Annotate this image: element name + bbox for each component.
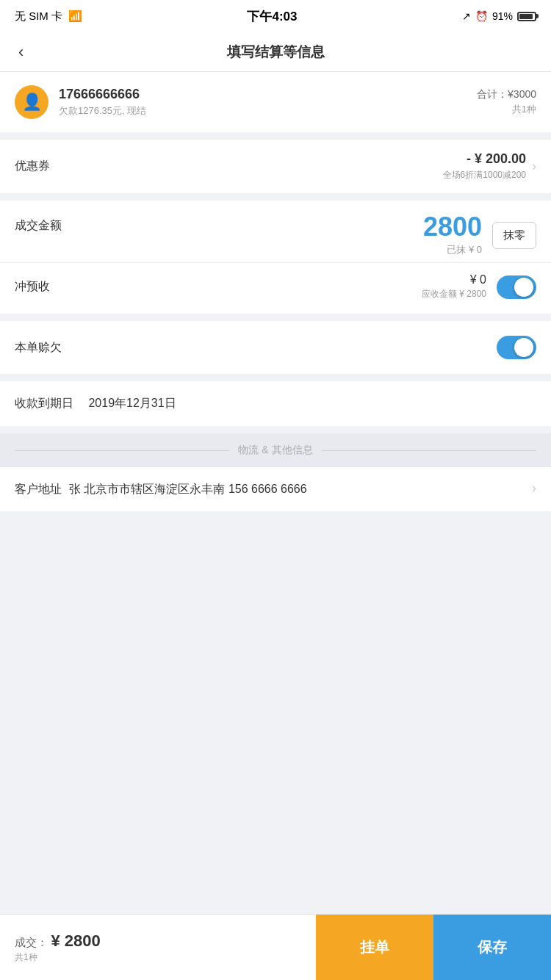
- coupon-label: 优惠券: [15, 159, 50, 174]
- due-date-value: 2019年12月31日: [88, 397, 176, 409]
- logistics-line-left: [15, 450, 229, 451]
- carrier-text: 无 SIM 卡: [15, 10, 62, 24]
- alarm-icon: ⏰: [475, 10, 488, 22]
- status-right: ↗ ⏰ 91%: [462, 10, 536, 22]
- round-button[interactable]: 抹零: [492, 222, 536, 249]
- address-chevron-icon: ›: [532, 480, 536, 496]
- amount-label: 成交金额: [15, 214, 62, 234]
- prepay-row: 冲预收 ¥ 0 应收金额 ¥ 2800: [0, 262, 551, 314]
- amount-right: 2800 已抹 ¥ 0 抹零: [423, 214, 536, 256]
- arrear-toggle[interactable]: [497, 336, 536, 359]
- coupon-right: - ¥ 200.00 全场6折满1000减200 ›: [443, 151, 536, 181]
- battery-percent: 91%: [492, 10, 513, 22]
- back-button[interactable]: ‹: [15, 39, 27, 65]
- avatar: 👤: [15, 85, 48, 119]
- battery-icon: [517, 12, 536, 21]
- bottom-actions: 挂单 保存: [316, 915, 551, 980]
- phone-number: 17666666666: [59, 87, 146, 102]
- bottom-deal-line: 成交： ¥ 2800: [15, 932, 301, 951]
- status-time: 下午4:03: [247, 8, 297, 25]
- amount-value-block: 2800 已抹 ¥ 0: [423, 214, 482, 256]
- save-button[interactable]: 保存: [433, 915, 551, 980]
- coupon-value: - ¥ 200.00: [443, 151, 526, 167]
- logistics-label: 物流 & 其他信息: [238, 444, 312, 457]
- hang-button[interactable]: 挂单: [316, 915, 433, 980]
- coupon-desc: 全场6折满1000减200: [443, 169, 526, 181]
- logistics-line-right: [322, 450, 536, 451]
- wifi-icon: 📶: [68, 10, 82, 23]
- bottom-summary: 成交： ¥ 2800 共1种: [0, 932, 316, 964]
- user-total: 合计：¥3000 共1种: [477, 88, 536, 116]
- gray-area: [0, 511, 551, 614]
- address-label: 客户地址: [15, 480, 62, 497]
- due-date-label: 收款到期日: [15, 397, 73, 409]
- content: 👤 17666666666 欠款1276.35元, 现结 合计：¥3000 共1…: [0, 72, 551, 680]
- battery-fill: [519, 14, 533, 19]
- nav-bar: ‹ 填写结算等信息: [0, 32, 551, 72]
- deal-label: 成交：: [15, 936, 48, 948]
- coupon-row[interactable]: 优惠券 - ¥ 200.00 全场6折满1000减200 ›: [0, 140, 551, 193]
- prepay-label: 冲预收: [15, 279, 50, 295]
- prepay-right: ¥ 0 应收金额 ¥ 2800: [422, 273, 536, 300]
- total-count: 共1种: [477, 103, 536, 116]
- total-label: 合计：¥3000: [477, 88, 536, 101]
- user-card: 👤 17666666666 欠款1276.35元, 现结 合计：¥3000 共1…: [0, 72, 551, 132]
- bottom-bar: 成交： ¥ 2800 共1种 挂单 保存: [0, 914, 551, 980]
- status-left: 无 SIM 卡 📶: [15, 10, 82, 24]
- amount-erased: 已抹 ¥ 0: [423, 243, 482, 256]
- arrear-row: 本单赊欠: [0, 321, 551, 374]
- debt-info: 欠款1276.35元, 现结: [59, 104, 146, 118]
- status-bar: 无 SIM 卡 📶 下午4:03 ↗ ⏰ 91%: [0, 0, 551, 32]
- amount-number: 2800: [423, 214, 482, 240]
- prepay-desc: 应收金额 ¥ 2800: [422, 288, 486, 300]
- chevron-right-icon: ›: [532, 159, 536, 174]
- transaction-section: 成交金额 2800 已抹 ¥ 0 抹零 冲预收 ¥ 0 应收金额 ¥ 2800: [0, 201, 551, 314]
- amount-row: 成交金额 2800 已抹 ¥ 0 抹零: [0, 201, 551, 262]
- prepay-toggle[interactable]: [497, 275, 536, 299]
- logistics-header: 物流 & 其他信息: [0, 433, 551, 467]
- user-left: 👤 17666666666 欠款1276.35元, 现结: [15, 85, 146, 119]
- location-icon: ↗: [462, 10, 471, 22]
- page-title: 填写结算等信息: [227, 43, 325, 62]
- deal-amount: ¥ 2800: [51, 932, 100, 950]
- address-row[interactable]: 客户地址 张 北京市市辖区海淀区永丰南 156 6666 6666 ›: [0, 467, 551, 511]
- prepay-value-block: ¥ 0 应收金额 ¥ 2800: [422, 273, 486, 300]
- prepay-amount: ¥ 0: [422, 273, 486, 287]
- deal-count: 共1种: [15, 951, 301, 964]
- arrear-label: 本单赊欠: [15, 340, 62, 356]
- user-info: 17666666666 欠款1276.35元, 现结: [59, 87, 146, 118]
- due-date-row: 收款到期日 2019年12月31日: [0, 381, 551, 426]
- address-value: 张 北京市市辖区海淀区永丰南 156 6666 6666: [69, 480, 525, 498]
